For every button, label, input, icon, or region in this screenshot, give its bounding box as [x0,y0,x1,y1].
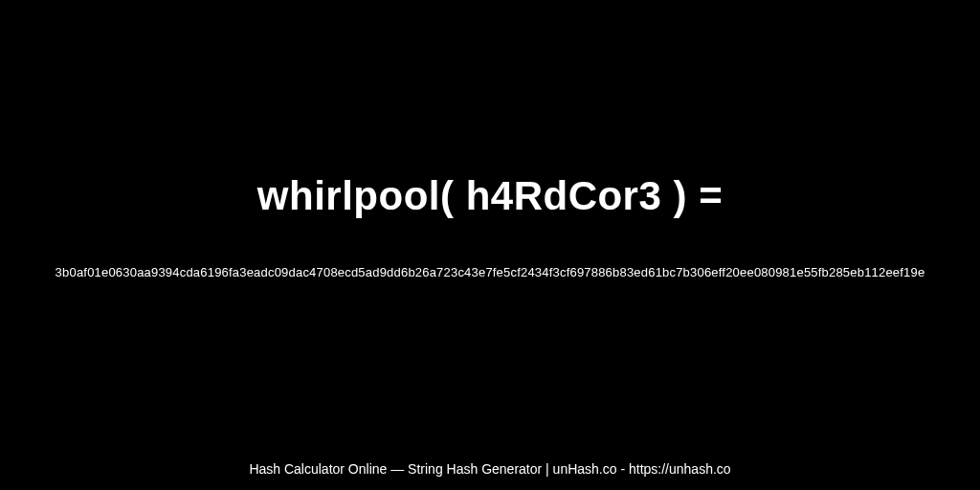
main-content: whirlpool( h4RdCor3 ) = 3b0af01e0630aa93… [0,0,980,452]
hash-output: 3b0af01e0630aa9394cda6196fa3eadc09dac470… [56,265,925,279]
hash-expression: whirlpool( h4RdCor3 ) = [257,173,723,219]
footer-text: Hash Calculator Online — String Hash Gen… [0,452,980,490]
